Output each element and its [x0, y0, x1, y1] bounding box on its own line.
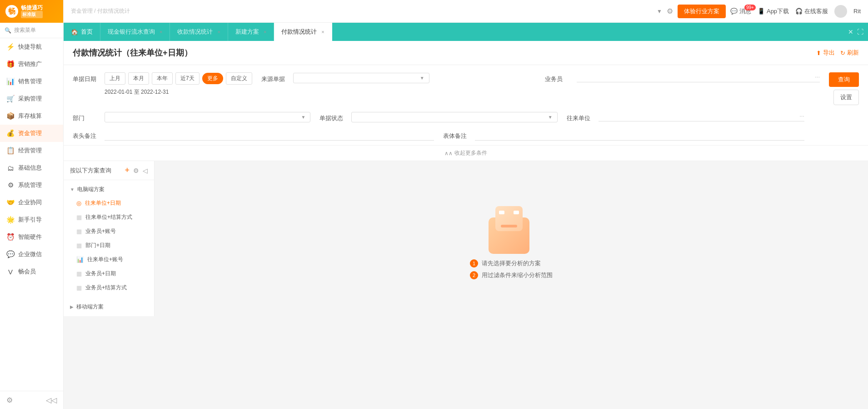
header-note-label: 表头备注 — [73, 129, 100, 140]
desktop-group-header[interactable]: ▼ 电脑端方案 — [64, 183, 154, 196]
scheme-item-staff-account[interactable]: ▦ 业务员+账号 — [64, 224, 154, 238]
breadcrumb: 资金管理 / 付款情况统计 — [71, 7, 652, 15]
step-2-text: 用过滤条件来缩小分析范围 — [482, 271, 553, 279]
sidebar-footer: ⚙ ◁◁ — [0, 391, 63, 409]
scheme-item-partner-account[interactable]: 📊 往来单位+账号 — [64, 252, 154, 267]
tab-receipts-stat-close[interactable]: × — [217, 29, 220, 35]
message-icon: 💬 — [730, 8, 738, 15]
sidebar-item-quick-nav[interactable]: ⚡ 快捷导航 — [0, 38, 63, 56]
scheme-item-dept-date[interactable]: ▦ 部门+日期 — [64, 238, 154, 252]
collapse-button[interactable]: ∧∧ 收起更多条件 — [441, 146, 491, 161]
tab-home[interactable]: 🏠 首页 — [64, 23, 100, 41]
sidebar-item-label: 采购管理 — [18, 95, 42, 103]
sidebar-item-label: 销售管理 — [18, 77, 42, 86]
message-button[interactable]: 💬 消息 99+ — [730, 7, 751, 15]
logo-text-area: 畅捷通巧 标准版 — [21, 5, 43, 18]
mobile-group-header[interactable]: ▶ 移动端方案 — [64, 300, 154, 313]
source-chevron-icon: ▼ — [420, 76, 424, 81]
main-right: 1 请先选择要分析的方案 2 用过滤条件来缩小分析范围 — [155, 161, 868, 316]
scheme-collapse-icon[interactable]: ◁ — [143, 167, 148, 174]
tab-expand-icon[interactable]: ⛶ — [857, 28, 863, 35]
tab-bank-flow-close[interactable]: × — [160, 29, 162, 35]
sidebar-item-operations[interactable]: 📋 经营管理 — [0, 142, 63, 159]
trial-button[interactable]: 体验行业方案 — [678, 5, 726, 18]
source-select[interactable]: ▼ — [293, 73, 429, 83]
date-range-display: 2022-01-01 至 2022-12-31 — [105, 88, 252, 96]
body-area: 按以下方案查询 + ⚙ ◁ ▼ 电脑端方案 ◎ 往来单位+日期 — [64, 161, 868, 316]
sales-icon: 📊 — [6, 77, 15, 86]
query-button[interactable]: 查询 — [829, 72, 859, 87]
date-btn-last-7[interactable]: 近7天 — [175, 72, 200, 85]
status-select[interactable]: ▼ — [351, 112, 557, 122]
staff-ellipsis[interactable]: ··· — [815, 73, 820, 80]
settings-footer-icon[interactable]: ⚙ — [6, 396, 13, 404]
empty-step-2: 2 用过滤条件来缩小分析范围 — [470, 271, 553, 279]
tab-payment-stat-close[interactable]: × — [321, 29, 324, 35]
headset-icon: 🎧 — [795, 8, 803, 15]
tab-payment-stat[interactable]: 付款情况统计 × — [274, 23, 332, 41]
date-btn-this-month[interactable]: 本月 — [128, 72, 149, 85]
app-download-button[interactable]: 📱 App下载 — [758, 7, 789, 15]
scheme-item-staff-date[interactable]: ▦ 业务员+日期 — [64, 267, 154, 281]
sidebar: 畅 畅捷通巧 标准版 🔍 搜索菜单 ⚡ 快捷导航 🎁 营销推广 📊 销售管理 🛒… — [0, 0, 64, 409]
sidebar-item-label: 系统管理 — [18, 181, 42, 189]
settings-button[interactable]: 设置 — [833, 90, 859, 105]
sidebar-item-system[interactable]: ⚙ 系统管理 — [0, 177, 63, 194]
tab-close-all-icon[interactable]: ✕ — [848, 28, 853, 35]
add-scheme-icon[interactable]: + — [125, 166, 130, 175]
date-btn-this-year[interactable]: 本年 — [152, 72, 173, 85]
scheme-panel: 按以下方案查询 + ⚙ ◁ ▼ 电脑端方案 ◎ 往来单位+日期 — [64, 161, 155, 316]
scheme-item-partner-date[interactable]: ◎ 往来单位+日期 — [64, 196, 154, 210]
partner-ellipsis[interactable]: ··· — [799, 112, 804, 119]
collapse-sidebar-icon[interactable]: ◁◁ — [46, 396, 57, 404]
tab-receipts-stat[interactable]: 收款情况统计 × — [170, 23, 228, 41]
sidebar-item-basic[interactable]: 🗂 基础信息 — [0, 159, 63, 177]
sidebar-search[interactable]: 🔍 搜索菜单 — [0, 23, 63, 38]
breadcrumb-chevron-icon[interactable]: ▼ — [657, 8, 662, 15]
scheme-item-staff-payment[interactable]: ▦ 业务员+结算方式 — [64, 281, 154, 295]
tab-new-scheme[interactable]: 新建方案 × — [228, 23, 274, 41]
refresh-button[interactable]: ↻ 刷新 — [840, 49, 859, 57]
sidebar-item-enterprise[interactable]: 🤝 企业协同 — [0, 194, 63, 211]
tab-new-scheme-close[interactable]: × — [264, 29, 266, 35]
quick-nav-icon: ⚡ — [6, 43, 15, 51]
empty-state: 1 请先选择要分析的方案 2 用过滤条件来缩小分析范围 — [155, 161, 868, 316]
illus-eye-left — [499, 211, 504, 214]
user-avatar[interactable] — [834, 5, 847, 18]
service-button[interactable]: 🎧 在线客服 — [795, 7, 828, 15]
date-btn-last-month[interactable]: 上月 — [105, 72, 125, 85]
scheme-settings-icon[interactable]: ⚙ — [133, 167, 139, 174]
date-btn-custom[interactable]: 自定义 — [226, 72, 252, 85]
sidebar-item-label: 企业微信 — [18, 250, 42, 258]
tabbar: 🏠 首页 现金银行流水查询 × 收款情况统计 × 新建方案 × 付款情况统计 ×… — [64, 23, 868, 41]
sidebar-item-purchase[interactable]: 🛒 采购管理 — [0, 90, 63, 107]
tab-bank-flow[interactable]: 现金银行流水查询 × — [100, 23, 170, 41]
date-btn-more[interactable]: 更多 — [202, 73, 223, 84]
export-icon: ⬆ — [816, 50, 821, 56]
dept-select[interactable]: ▼ — [105, 112, 310, 122]
sidebar-item-member[interactable]: V 畅会员 — [0, 263, 63, 280]
collapse-label: 收起更多条件 — [454, 149, 487, 157]
scheme-icon: ▦ — [76, 228, 82, 235]
member-icon: V — [6, 268, 15, 276]
sidebar-item-finance[interactable]: 💰 资金管理 — [0, 125, 63, 142]
sidebar-item-hardware[interactable]: ⏰ 智能硬件 — [0, 228, 63, 246]
export-button[interactable]: ⬆ 导出 — [816, 49, 835, 57]
export-label: 导出 — [823, 49, 835, 57]
tab-home-label: 首页 — [81, 28, 93, 36]
step-1-num: 1 — [470, 259, 478, 268]
dept-chevron-icon: ▼ — [301, 115, 305, 120]
sidebar-item-wechat[interactable]: 💬 企业微信 — [0, 246, 63, 263]
sidebar-item-inventory[interactable]: 📦 库存核算 — [0, 107, 63, 125]
page-title: 付款情况统计（往来单位+日期） — [73, 47, 192, 58]
scheme-item-partner-payment[interactable]: ▦ 往来单位+结算方式 — [64, 210, 154, 224]
sidebar-item-guide[interactable]: 🌟 新手引导 — [0, 211, 63, 228]
mobile-group-expand-icon: ▶ — [70, 304, 74, 309]
collapse-icon: ∧∧ — [444, 150, 453, 157]
sidebar-item-label: 基础信息 — [18, 164, 42, 172]
sidebar-item-marketing[interactable]: 🎁 营销推广 — [0, 56, 63, 73]
topbar-gear-icon[interactable]: ⚙ — [667, 7, 673, 15]
scheme-item-label: 业务员+账号 — [85, 227, 116, 235]
sidebar-item-sales[interactable]: 📊 销售管理 — [0, 73, 63, 90]
refresh-label: 刷新 — [847, 49, 859, 57]
